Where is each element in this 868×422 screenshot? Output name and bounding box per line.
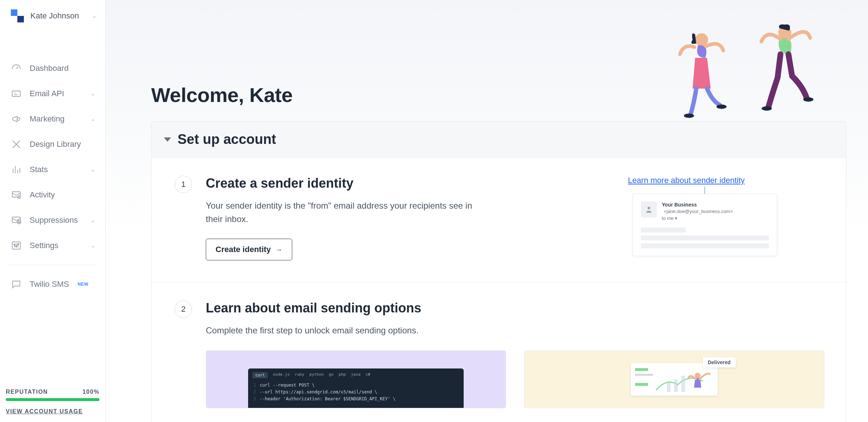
code-tab: go: [329, 372, 333, 378]
nav-item-twilio-sms[interactable]: Twilio SMS NEW: [0, 272, 105, 297]
code-tab: node.js: [273, 372, 289, 378]
svg-point-11: [684, 114, 694, 118]
code-tab: ruby: [295, 372, 305, 378]
button-label: Create identity: [216, 245, 271, 254]
step-title: Create a sender identity: [206, 176, 488, 191]
svg-point-15: [803, 97, 813, 102]
chevron-down-icon: ⌄: [91, 91, 95, 97]
preview-to: to me: [662, 216, 674, 221]
panel-title: Set up account: [178, 132, 276, 147]
nav-label: Dashboard: [30, 64, 69, 73]
stats-icon: [10, 163, 22, 176]
nav-item-email-api[interactable]: Email API ⌄: [0, 81, 105, 106]
new-badge: NEW: [78, 282, 89, 287]
nav-label: Design Library: [30, 140, 81, 149]
svg-point-9: [17, 243, 19, 245]
step-2: 2 Learn about email sending options Comp…: [152, 282, 846, 422]
chevron-down-icon: ⌄: [91, 217, 95, 223]
svg-rect-2: [12, 192, 21, 197]
api-icon: [10, 88, 22, 100]
panel-header[interactable]: Set up account: [152, 122, 846, 158]
preview-address: <jane.doe@your_business.com>: [664, 209, 733, 214]
svg-rect-20: [667, 383, 671, 392]
view-usage-link[interactable]: VIEW ACCOUNT USAGE: [6, 408, 83, 414]
svg-point-1: [17, 118, 20, 120]
suppressions-icon: [10, 214, 22, 226]
preview-from: Your Business: [662, 202, 697, 208]
nav-label: Marketing: [30, 114, 65, 124]
design-icon: [10, 138, 22, 150]
step-1: 1 Create a sender identity Your sender i…: [152, 158, 846, 282]
chevron-down-icon: ⌄: [92, 13, 97, 19]
nav-item-stats[interactable]: Stats ⌄: [0, 157, 105, 182]
code-snippet-illustration: curl node.js ruby python go php java c# …: [248, 368, 464, 408]
svg-rect-18: [635, 374, 653, 376]
svg-rect-21: [674, 379, 678, 392]
code-tab: curl: [252, 372, 268, 378]
activity-icon: [10, 189, 22, 201]
nav-item-marketing[interactable]: Marketing ⌄: [0, 106, 105, 132]
nav-item-dashboard[interactable]: Dashboard: [0, 56, 105, 81]
nav-item-activity[interactable]: Activity: [0, 182, 105, 208]
svg-point-14: [762, 106, 772, 111]
svg-point-8: [16, 246, 17, 247]
svg-point-16: [647, 207, 650, 209]
account-switcher[interactable]: Kate Johnson ⌄: [0, 0, 105, 30]
settings-icon: [10, 239, 22, 252]
sms-icon: [10, 278, 22, 290]
reputation-bar: [6, 398, 99, 401]
nav-item-suppressions[interactable]: Suppressions ⌄: [0, 208, 105, 233]
code-tab: python: [309, 372, 324, 378]
main-content: Welcome, Kate Set up account 1 Create a …: [106, 0, 868, 422]
code-tab: java: [351, 372, 361, 378]
reputation-label: REPUTATION: [6, 389, 48, 395]
nav-label: Stats: [30, 165, 48, 174]
svg-point-23: [695, 373, 701, 379]
code-line: --url https://api.sendgrid.com/v3/mail/s…: [260, 389, 377, 396]
sidebar-footer: REPUTATION 100% VIEW ACCOUNT USAGE: [0, 389, 105, 422]
create-identity-button[interactable]: Create identity →: [206, 239, 292, 260]
nav-label: Suppressions: [30, 216, 78, 225]
nav-label: Twilio SMS: [30, 280, 69, 289]
setup-panel: Set up account 1 Create a sender identit…: [151, 121, 846, 422]
svg-point-12: [716, 105, 727, 109]
option-card-api[interactable]: curl node.js ruby python go php java c# …: [206, 350, 506, 408]
nav-item-design-library[interactable]: Design Library: [0, 132, 105, 157]
hero-illustration: [658, 22, 817, 123]
step-title: Learn about email sending options: [206, 300, 824, 316]
code-tab: php: [339, 372, 346, 378]
svg-rect-19: [635, 383, 648, 386]
gauge-icon: [10, 62, 22, 74]
learn-more-link[interactable]: Learn more about sender identity: [628, 176, 745, 185]
nav-label: Email API: [30, 89, 64, 98]
svg-rect-17: [635, 368, 648, 371]
delivered-illustration: Delivered: [631, 363, 718, 396]
code-line: curl --request POST \: [260, 382, 315, 389]
nav-label: Activity: [30, 190, 55, 200]
avatar-icon: [641, 201, 657, 217]
megaphone-icon: [10, 113, 22, 125]
sidebar: Kate Johnson ⌄ Dashboard Email API ⌄ Mar…: [0, 0, 106, 422]
skeleton-line: [641, 227, 686, 233]
nav-label: Settings: [30, 241, 59, 250]
divider: [9, 265, 97, 265]
code-tab: c#: [366, 372, 370, 378]
chevron-down-icon: ▾: [675, 216, 677, 221]
chevron-down-icon: ⌄: [91, 167, 95, 172]
skeleton-line: [641, 235, 769, 240]
email-preview-illustration: Your Business <jane.doe@your_business.co…: [633, 194, 777, 256]
option-card-delivered[interactable]: Delivered: [524, 350, 824, 408]
skeleton-line: [641, 243, 769, 248]
reputation-value: 100%: [82, 389, 99, 395]
step-description: Your sender identity is the "from" email…: [206, 199, 488, 226]
delivered-badge: Delivered: [703, 357, 736, 367]
svg-rect-22: [681, 376, 685, 392]
step-number: 2: [175, 300, 192, 318]
nav-item-settings[interactable]: Settings ⌄: [0, 233, 105, 258]
code-line: --header 'Authorization: Bearer $SENDGRI…: [260, 396, 396, 402]
chevron-down-icon: ⌄: [91, 243, 95, 248]
account-name: Kate Johnson: [30, 11, 86, 21]
account-logo-icon: [10, 9, 25, 23]
svg-point-7: [14, 244, 15, 246]
arrow-right-icon: →: [275, 246, 282, 254]
